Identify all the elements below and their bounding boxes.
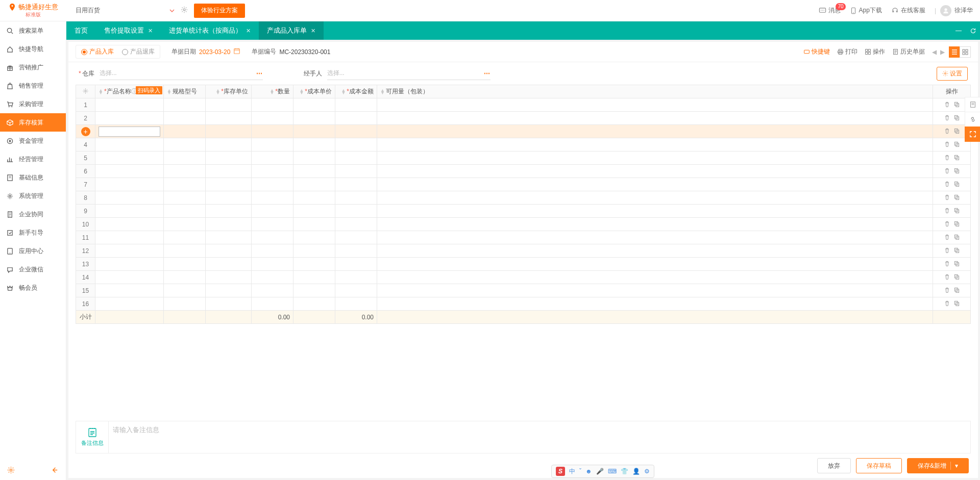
col-spec[interactable]: ▲▼规格型号 (164, 85, 206, 98)
row-copy-icon[interactable] (953, 235, 960, 242)
category-select[interactable]: 日用百货 (70, 4, 178, 18)
row-delete-icon[interactable] (944, 115, 950, 122)
sidebar-item-chat[interactable]: 企业微信 (0, 260, 66, 279)
sidebar-item-coin[interactable]: 资金管理 (0, 132, 66, 150)
row-copy-icon[interactable] (953, 155, 960, 162)
save-draft-button[interactable]: 保存草稿 (856, 458, 902, 473)
row-delete-icon[interactable] (944, 261, 950, 268)
row-copy-icon[interactable] (953, 168, 960, 175)
col-price[interactable]: ▲▼*成本单价 (293, 85, 335, 98)
table-row[interactable]: 10 (76, 218, 971, 231)
table-row[interactable]: 13 (76, 258, 971, 271)
handler-select[interactable]: 选择... ⋯ (327, 67, 491, 80)
sidebar-item-box[interactable]: 库存核算 (0, 113, 66, 132)
row-copy-icon[interactable] (953, 301, 960, 308)
sidebar-collapse-icon[interactable] (51, 466, 59, 475)
row-copy-icon[interactable] (953, 129, 960, 136)
row-delete-icon[interactable] (944, 274, 950, 282)
message-button[interactable]: 消息 70 (819, 6, 841, 15)
scan-input-tag[interactable]: 扫码录入 (136, 86, 162, 94)
print-button[interactable]: 打印 (837, 47, 857, 56)
sidebar-item-chart[interactable]: 经营管理 (0, 150, 66, 168)
table-row[interactable]: 15 (76, 284, 971, 297)
radio-product-out[interactable]: 产品退库 (118, 46, 159, 57)
row-delete-icon[interactable] (944, 288, 950, 295)
tab[interactable]: 进货单统计表（按商品）✕ (161, 21, 259, 40)
prev-doc[interactable]: ◀ (930, 48, 938, 56)
doc-date-value[interactable]: 2023-03-20 (199, 48, 230, 56)
column-gear[interactable] (76, 85, 95, 98)
sidebar-item-bag[interactable]: 销售管理 (0, 77, 66, 95)
calendar-icon[interactable] (233, 47, 240, 56)
sidebar-item-search[interactable]: 搜索菜单 (0, 21, 66, 40)
tab[interactable]: 售价提取设置✕ (96, 21, 161, 40)
sidebar-settings-icon[interactable] (7, 466, 15, 475)
row-copy-icon[interactable] (953, 288, 960, 295)
table-row[interactable]: 8 (76, 191, 971, 205)
row-delete-icon[interactable] (944, 208, 950, 215)
rail-expand-icon[interactable] (965, 127, 980, 142)
table-row[interactable]: 6 (76, 165, 971, 178)
col-avail[interactable]: ▲▼可用量（包装） (377, 85, 933, 98)
row-delete-icon[interactable] (944, 301, 950, 308)
save-new-button[interactable]: 保存&新增▾ (907, 458, 969, 473)
tab-close-icon[interactable]: ✕ (246, 28, 251, 34)
rail-link-icon[interactable] (965, 112, 980, 127)
col-product-name[interactable]: ▲▼*产品名称ⓘ扫码录入 (95, 85, 164, 98)
row-delete-icon[interactable] (944, 182, 950, 189)
col-amount[interactable]: ▲▼*成本金额 (335, 85, 377, 98)
tab[interactable]: 产成品入库单✕ (259, 21, 324, 40)
support-button[interactable]: 在线客服 (891, 6, 925, 15)
tabs-minimize[interactable]: — (951, 21, 966, 40)
remark-input[interactable] (109, 421, 970, 453)
col-unit[interactable]: ▲▼*库存单位 (206, 85, 252, 98)
row-delete-icon[interactable] (944, 168, 950, 175)
row-delete-icon[interactable] (944, 142, 950, 149)
sidebar-item-cart[interactable]: 采购管理 (0, 95, 66, 113)
operate-button[interactable]: 操作 (865, 47, 885, 56)
sidebar-item-book[interactable]: 基础信息 (0, 168, 66, 187)
row-copy-icon[interactable] (953, 102, 960, 109)
view-card[interactable] (960, 46, 971, 58)
rail-note-icon[interactable] (965, 97, 980, 112)
sidebar-item-vip[interactable]: 畅会员 (0, 279, 66, 297)
row-delete-icon[interactable] (944, 235, 950, 242)
col-qty[interactable]: ▲▼*数量 (252, 85, 293, 98)
sidebar-item-gift[interactable]: 营销推广 (0, 58, 66, 77)
row-copy-icon[interactable] (953, 221, 960, 229)
table-row[interactable]: 11 (76, 231, 971, 244)
app-download-button[interactable]: App下载 (850, 6, 882, 15)
table-row[interactable]: 5 (76, 151, 971, 165)
table-row[interactable]: 4 (76, 138, 971, 151)
table-row[interactable]: 14 (76, 271, 971, 284)
table-row[interactable]: 7 (76, 178, 971, 191)
tab-close-icon[interactable]: ✕ (148, 28, 153, 34)
category-settings-icon[interactable] (181, 6, 188, 15)
industry-cta-button[interactable]: 体验行业方案 (194, 4, 245, 18)
radio-product-in[interactable]: 产品入库 (77, 46, 118, 57)
row-copy-icon[interactable] (953, 115, 960, 122)
row-delete-icon[interactable] (944, 248, 950, 255)
row-copy-icon[interactable] (953, 182, 960, 189)
row-delete-icon[interactable] (944, 155, 950, 162)
sidebar-item-guide[interactable]: 新手引导 (0, 223, 66, 242)
tab[interactable]: 首页 (66, 21, 96, 40)
sidebar-item-app[interactable]: 应用中心 (0, 242, 66, 260)
tabs-refresh[interactable] (966, 21, 980, 40)
row-copy-icon[interactable] (953, 195, 960, 202)
more-icon[interactable]: ⋯ (484, 70, 491, 77)
product-name-input[interactable] (99, 127, 160, 137)
row-copy-icon[interactable] (953, 248, 960, 255)
next-doc[interactable]: ▶ (938, 48, 946, 56)
sidebar-item-doc[interactable]: 企业协同 (0, 205, 66, 223)
user-menu[interactable]: | 徐泽华 (935, 5, 973, 16)
row-copy-icon[interactable] (953, 274, 960, 282)
row-delete-icon[interactable] (944, 221, 950, 229)
table-row[interactable]: 2 (76, 112, 971, 125)
table-row[interactable]: 9 (76, 205, 971, 218)
row-delete-icon[interactable] (944, 195, 950, 202)
tab-close-icon[interactable]: ✕ (311, 28, 315, 34)
row-copy-icon[interactable] (953, 261, 960, 268)
warehouse-select[interactable]: 选择... ⋯ (100, 67, 263, 80)
history-button[interactable]: 历史单据 (892, 47, 925, 56)
